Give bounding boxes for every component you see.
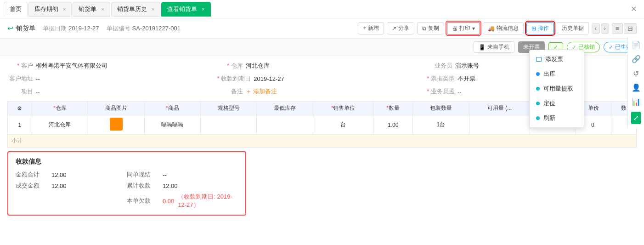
due-date-value: 2019-12-27 [254,75,284,82]
history-button[interactable]: 历史单据 [557,22,589,34]
tab-sales-history[interactable]: 销货单历史 × [111,2,160,17]
ticket-label: 票据类型 [427,74,455,83]
tab-sales-order[interactable]: 销货单 × [73,2,110,17]
col-product: *商品 [144,102,200,115]
employee-value: 演示账号 [455,62,479,70]
address-value: -- [36,75,40,82]
print-label: 打印 [459,24,470,32]
sidebar-user-icon[interactable]: 👤 [632,83,641,92]
tab-home-label: 首页 [10,5,22,13]
history-label: 历史单据 [562,24,584,32]
dropdown-locate[interactable]: 定位 [530,96,584,111]
print-dropdown-arrow: ▾ [472,25,475,32]
list-view-button[interactable]: ≡ [612,23,623,34]
row-image [88,115,144,135]
phone-icon: 📱 [479,44,486,51]
row-available [469,115,530,135]
dropdown-add-invoice-label: 添发票 [545,55,563,63]
doc-meta: 单据日期 2019-12-27 单据编号 SA-20191227-001 [43,24,181,33]
next-button[interactable]: › [601,23,609,34]
warehouse-label: 仓库 [217,62,243,70]
same-settlement-value: -- [163,171,167,178]
row-unit: 台 [313,115,373,135]
col-qty: *数量 [373,102,413,115]
due-label: 本单欠款 [127,197,159,205]
copy-label: 复制 [428,24,439,32]
doc-date-meta: 单据日期 2019-12-27 [43,24,99,33]
subtotal-row: 小计 [8,135,637,148]
sidebar-table-icon[interactable]: 📊 [632,97,641,106]
operate-label: 操作 [538,24,549,32]
row-min-stock [257,115,313,135]
row-product: 嗝嗝嗝嗝 [144,115,200,135]
tab-inventory-init-close[interactable]: × [63,6,66,12]
dropdown-quantity-fetch[interactable]: 可用量提取 [530,81,584,96]
project-row: 项目 -- [7,87,217,96]
doc-number-value: SA-20191227-001 [132,25,181,32]
tab-view-sales[interactable]: 查看销货单 × [161,2,210,17]
dropdown-quantity-fetch-label: 可用量提取 [543,85,573,93]
add-button[interactable]: + 新增 [358,22,384,34]
quantity-icon [536,87,540,91]
doc-title-text: 销货单 [16,24,35,33]
print-icon: 🖨 [452,25,458,32]
col-min-stock: 最低库存 [257,102,313,115]
due-date-row: 收款到期日 2019-12-27 [217,74,427,83]
copy-button[interactable]: ⧉ 复制 [417,22,444,34]
address-row: 客户地址 -- [7,74,217,83]
project-value: -- [36,88,40,95]
operate-button[interactable]: ⊞ 操作 [526,22,554,34]
print-button[interactable]: 🖨 打印 ▾ [447,22,480,34]
doc-number-label: 单据编号 [107,24,130,33]
payment-box: 收款信息 金额合计 12.00 同单现结 -- 成交金额 12.00 累计收款 … [7,151,246,216]
warehouse-value: 河北仓库 [246,62,270,70]
tab-sales-order-close[interactable]: × [101,6,104,12]
logistics-label: 物流信息 [497,24,519,32]
share-icon: ↗ [392,25,396,32]
sidebar-link-icon[interactable]: 🔗 [632,55,641,63]
sidebar-expand-icon[interactable]: ⤢ [631,112,641,124]
dropdown-add-invoice[interactable]: 添发票 [530,52,584,67]
from-phone-button[interactable]: 📱 来自手机 [474,41,514,53]
tab-view-sales-close[interactable]: × [202,6,204,12]
due-row: 本单欠款 0.00 （收款到期日: 2019-12-27） [127,193,238,209]
tab-inventory-init[interactable]: 库存期初 × [28,2,72,17]
tab-inventory-init-label: 库存期初 [34,5,58,13]
cumulative-label: 累计收款 [127,182,159,190]
payment-title: 收款信息 [16,158,238,166]
sidebar-rotate-icon[interactable]: ↺ [633,69,639,78]
note-row: 备注 ＋ 添加备注 [217,87,427,96]
dropdown-refresh[interactable]: 刷新 [530,111,584,125]
ticket-value: 不开票 [458,74,475,83]
plus-icon: ＋ [246,88,252,95]
dropdown-locate-label: 定位 [543,99,555,108]
locate-icon [536,102,540,105]
window-close-button[interactable]: ✕ [627,3,640,15]
grid-view-button[interactable]: ⊟ [624,23,637,34]
dropdown-outbound[interactable]: 出库 [530,67,584,81]
invoice-icon [536,57,542,62]
col-image: 商品图片 [88,102,144,115]
logistics-button[interactable]: 🚚 物流信息 [483,22,524,34]
check-circle-icon2: ✓ [609,44,613,51]
address-label: 客户地址 [7,74,33,83]
payment-grid: 金额合计 12.00 同单现结 -- 成交金额 12.00 累计收款 12.00… [16,171,238,209]
col-spec: 规格型号 [201,102,257,115]
share-button[interactable]: ↗ 分享 [387,22,414,34]
col-setting[interactable]: ⚙ [8,102,32,115]
sidebar-page-icon[interactable]: 📄 [632,40,641,49]
col-pack-qty: 包装数量 [413,102,469,115]
dropdown-menu: 添发票 出库 可用量提取 定位 刷新 [529,50,584,128]
note-value[interactable]: 添加备注 [253,88,277,95]
salesperson-value: -- [458,88,462,95]
cumulative-value: 12.00 [163,182,178,189]
prev-button[interactable]: ‹ [592,23,600,34]
note-label: 备注 [217,87,243,96]
row-pack-qty: 1台 [413,115,469,135]
tab-home[interactable]: 首页 [4,2,28,17]
tab-sales-history-close[interactable]: × [152,6,154,12]
salesperson-label: 业务员孟 [427,87,455,96]
main-area: ↩ 销货单 单据日期 2019-12-27 单据编号 SA-20191227-0… [0,18,644,245]
row-spec [201,115,257,135]
dropdown-outbound-label: 出库 [543,70,555,78]
